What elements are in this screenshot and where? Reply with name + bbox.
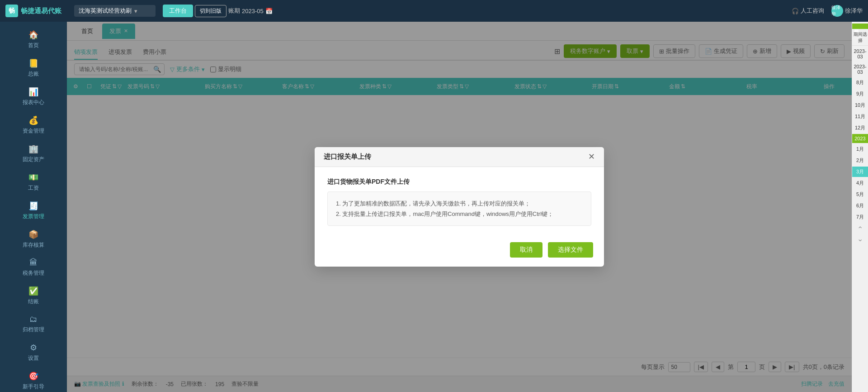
modal: 进口报关单上传 ✕ 进口货物报关单PDF文件上传 1. 为了更加精准的数据匹配，… xyxy=(315,147,604,267)
modal-close-button[interactable]: ✕ xyxy=(588,153,595,161)
top-bar: 畅 畅捷通易代账 沈海英测试经营劝刷 ▾ 工作台 切到旧版 账期 2023-05… xyxy=(0,0,868,22)
guide-icon: 🎯 xyxy=(28,371,38,381)
switch-version-button[interactable]: 切到旧版 xyxy=(195,5,226,17)
sidebar-item-guide[interactable]: 🎯 新手引导 xyxy=(0,367,67,392)
user-info[interactable]: 徐泽华 徐泽华 xyxy=(831,5,863,17)
period-title: 期间选择 xyxy=(852,30,868,46)
assets-icon: 🏢 xyxy=(28,144,38,154)
archive-icon: 🗂 xyxy=(29,315,38,324)
sidebar-item-home[interactable]: 🏠 首页 xyxy=(0,25,67,54)
period-10[interactable]: 10月 xyxy=(852,100,868,110)
period-8[interactable]: 8月 xyxy=(852,77,868,88)
modal-cancel-button[interactable]: 取消 xyxy=(510,242,542,258)
salary-icon: 💵 xyxy=(28,172,38,182)
sidebar-item-settings[interactable]: ⚙ 设置 xyxy=(0,338,67,367)
calendar-icon[interactable]: 📅 xyxy=(265,8,273,14)
right-panel: 开票日期 期间选择 2023-03 2023-03 8月 9月 10月 11月 … xyxy=(852,22,868,392)
sidebar: 🏠 首页 📒 总账 📊 报表中心 💰 资金管理 🏢 固定资产 💵 工资 🧾 发票… xyxy=(0,22,67,392)
reports-icon: 📊 xyxy=(28,87,38,97)
period-6[interactable]: 6月 xyxy=(852,201,868,211)
avatar: 徐泽华 xyxy=(831,5,843,17)
modal-footer: 取消 选择文件 xyxy=(315,237,604,267)
invoice-page: 销项发票 进项发票 费用小票 ⊞ 税务数字账户 ▾ 取票 xyxy=(67,41,852,392)
sidebar-item-reports[interactable]: 📊 报表中心 xyxy=(0,82,67,111)
sidebar-item-ledger[interactable]: 📒 总账 xyxy=(0,54,67,82)
period-2023-03-a[interactable]: 2023-03 xyxy=(852,47,868,61)
sidebar-item-settlement[interactable]: ✅ 结账 xyxy=(0,282,67,310)
fund-icon: 💰 xyxy=(28,115,38,125)
tax-icon: 🏛 xyxy=(29,258,38,268)
sidebar-item-archive[interactable]: 🗂 归档管理 xyxy=(0,310,67,338)
period-1[interactable]: 1月 xyxy=(852,144,868,154)
modal-header: 进口报关单上传 ✕ xyxy=(315,147,604,167)
top-bar-right: 🎧 人工咨询 徐泽华 徐泽华 xyxy=(792,5,863,17)
modal-overlay[interactable]: 进口报关单上传 ✕ 进口货物报关单PDF文件上传 1. 为了更加精准的数据匹配，… xyxy=(67,41,852,392)
help-button[interactable]: 🎧 人工咨询 xyxy=(792,7,824,15)
collapse-panel-down[interactable]: ⌄ xyxy=(857,234,863,243)
ledger-icon: 📒 xyxy=(28,58,38,68)
modal-body: 进口货物报关单PDF文件上传 1. 为了更加精准的数据匹配，请先录入海关缴款书，… xyxy=(315,167,604,237)
period-3[interactable]: 3月 xyxy=(852,167,868,177)
settlement-icon: ✅ xyxy=(28,286,38,296)
inventory-icon: 📦 xyxy=(28,229,38,239)
period-7[interactable]: 7月 xyxy=(852,212,868,222)
app-name: 畅捷通易代账 xyxy=(21,7,61,15)
period-11[interactable]: 11月 xyxy=(852,111,868,122)
workspace-button[interactable]: 工作台 xyxy=(163,5,193,17)
chevron-up-icon: ⌃ xyxy=(857,225,863,233)
chevron-down-icon: ▾ xyxy=(134,8,137,14)
period-label: 账期 2023-05 📅 xyxy=(228,7,273,15)
sidebar-item-tax[interactable]: 🏛 税务管理 xyxy=(0,253,67,282)
period-5[interactable]: 5月 xyxy=(852,189,868,200)
period-2023-year[interactable]: 2023 xyxy=(852,134,868,143)
settings-icon: ⚙ xyxy=(30,343,37,353)
modal-select-file-button[interactable]: 选择文件 xyxy=(548,242,593,258)
modal-section-title: 进口货物报关单PDF文件上传 xyxy=(327,178,591,186)
collapse-panel-up[interactable]: ⌃ xyxy=(857,225,863,234)
period-2[interactable]: 2月 xyxy=(852,155,868,166)
period-12[interactable]: 12月 xyxy=(852,123,868,133)
open-date-button[interactable]: 开票日期 xyxy=(852,24,868,29)
company-selector[interactable]: 沈海英测试经营劝刷 ▾ xyxy=(74,5,156,17)
headset-icon: 🎧 xyxy=(792,8,799,14)
sidebar-item-salary[interactable]: 💵 工资 xyxy=(0,168,67,196)
sidebar-item-assets[interactable]: 🏢 固定资产 xyxy=(0,139,67,168)
logo-icon: 畅 xyxy=(5,5,18,17)
modal-info-box: 1. 为了更加精准的数据匹配，请先录入海关缴款书，再上传对应的报关单； 2. 支… xyxy=(327,191,591,226)
period-9[interactable]: 9月 xyxy=(852,89,868,99)
list-item: 2. 支持批量上传进口报关单，mac用户使用Command键，windows用户… xyxy=(336,209,583,219)
company-name: 沈海英测试经营劝刷 xyxy=(79,7,132,15)
main-content: 首页 发票 ✕ 销项发票 进项发票 费用小票 xyxy=(67,22,852,392)
list-item: 1. 为了更加精准的数据匹配，请先录入海关缴款书，再上传对应的报关单； xyxy=(336,198,583,209)
sidebar-item-fund[interactable]: 💰 资金管理 xyxy=(0,111,67,139)
invoice-icon: 🧾 xyxy=(28,201,38,211)
sidebar-item-inventory[interactable]: 📦 库存核算 xyxy=(0,225,67,253)
period-2023-03-b[interactable]: 2023-03 xyxy=(852,62,868,76)
app-logo: 畅 畅捷通易代账 xyxy=(5,5,69,17)
modal-info-list: 1. 为了更加精准的数据匹配，请先录入海关缴款书，再上传对应的报关单； 2. 支… xyxy=(336,198,583,220)
period-4[interactable]: 4月 xyxy=(852,178,868,188)
modal-title: 进口报关单上传 xyxy=(324,153,371,161)
home-icon: 🏠 xyxy=(28,30,38,40)
layout: 🏠 首页 📒 总账 📊 报表中心 💰 资金管理 🏢 固定资产 💵 工资 🧾 发票… xyxy=(0,22,868,392)
chevron-down-icon: ⌄ xyxy=(857,235,863,243)
sidebar-item-invoice[interactable]: 🧾 发票管理 xyxy=(0,196,67,225)
